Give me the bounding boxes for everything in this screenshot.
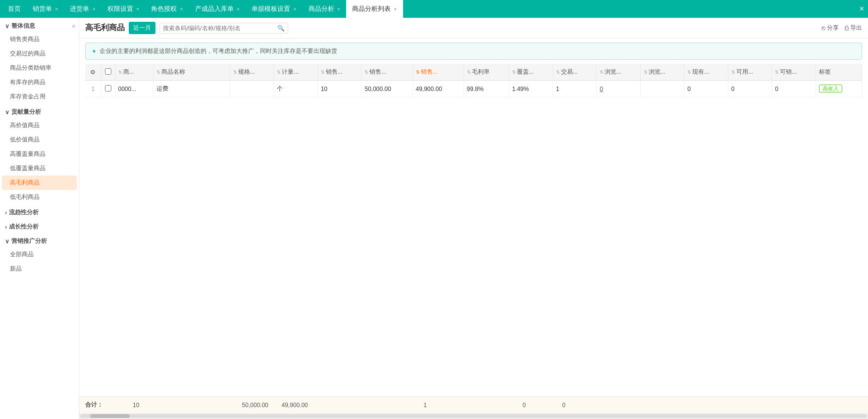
table-row: 1 0000... 运费 个 10 50,000.00 49,900.00 99… bbox=[85, 81, 862, 97]
sidebar-item-new-goods[interactable]: 新品 bbox=[0, 262, 79, 276]
nav-tab-inbound-label: 产成品入库单 bbox=[195, 4, 234, 13]
th-unit[interactable]: ⇅计量... bbox=[274, 64, 318, 81]
footer-sales-qty: 10 bbox=[133, 402, 232, 409]
info-banner: ✦ 企业的主要的利润都是这部分商品创造的，可考虑加大推广，同时关注库存是不要出现… bbox=[85, 43, 862, 60]
th-available[interactable]: ⇅可用... bbox=[728, 64, 772, 81]
footer-sales-profit: 49,900.00 bbox=[271, 402, 311, 409]
th-current-stock[interactable]: ⇅现有... bbox=[684, 64, 728, 81]
row-sales-qty: 10 bbox=[317, 81, 361, 97]
nav-tab-permission[interactable]: 权限设置 × bbox=[102, 0, 145, 18]
nav-tab-sales[interactable]: 销货单 × bbox=[27, 0, 64, 18]
nav-tab-analysis-label: 商品分析 bbox=[308, 4, 334, 13]
sidebar-group-contribution[interactable]: ∨ 贡献量分析 bbox=[0, 104, 79, 118]
scrollbar-thumb[interactable] bbox=[90, 414, 130, 418]
nav-tab-sales-label: 销货单 bbox=[33, 4, 52, 13]
search-icon[interactable]: 🔍 bbox=[277, 25, 285, 32]
sidebar-item-in-stock-goods[interactable]: 有库存的商品 bbox=[0, 75, 79, 90]
footer-total-label: 合计： bbox=[85, 401, 103, 409]
settings-icon[interactable]: ⚙ bbox=[90, 69, 96, 76]
sidebar-item-low-value[interactable]: 低价值商品 bbox=[0, 133, 79, 147]
th-gross-rate[interactable]: ⇅毛利率 bbox=[463, 64, 509, 81]
sidebar-item-high-value[interactable]: 高价值商品 bbox=[0, 118, 79, 133]
sidebar-item-sales-goods[interactable]: 销售类商品 bbox=[0, 32, 79, 47]
nav-tab-permission-close[interactable]: × bbox=[136, 6, 139, 12]
nav-tab-permission-label: 权限设置 bbox=[107, 4, 133, 13]
nav-tab-sales-close[interactable]: × bbox=[55, 6, 58, 12]
nav-tab-analysis-list[interactable]: 商品分析列表 × bbox=[346, 0, 403, 18]
nav-tab-role[interactable]: 角色授权 × bbox=[145, 0, 189, 18]
sidebar-item-traded-goods[interactable]: 交易过的商品 bbox=[0, 47, 79, 61]
nav-tab-inbound[interactable]: 产成品入库单 × bbox=[189, 0, 246, 18]
horizontal-scrollbar[interactable] bbox=[79, 413, 868, 419]
th-spec[interactable]: ⇅规格... bbox=[230, 64, 274, 81]
th-sales-profit[interactable]: ⇅销售... bbox=[412, 64, 463, 81]
sidebar-item-low-margin[interactable]: 低毛利商品 bbox=[0, 190, 79, 204]
sidebar-item-stock-capital[interactable]: 库存资金占用 bbox=[0, 90, 79, 104]
nav-tab-role-close[interactable]: × bbox=[180, 6, 183, 12]
sidebar-group-overview[interactable]: ∨ 整体信息 bbox=[0, 18, 79, 32]
footer-empty2 bbox=[430, 402, 489, 409]
th-settings[interactable]: ⚙ bbox=[85, 64, 101, 81]
th-sales-qty[interactable]: ⇅销售... bbox=[317, 64, 361, 81]
th-sales-amount[interactable]: ⇅销售... bbox=[361, 64, 412, 81]
sidebar-group-trend[interactable]: › 流趋性分析 bbox=[0, 204, 79, 219]
sidebar-collapse-button[interactable]: « bbox=[72, 22, 76, 30]
nav-tab-purchase[interactable]: 进货单 × bbox=[64, 0, 101, 18]
nav-tab-purchase-close[interactable]: × bbox=[92, 6, 95, 12]
data-table: ⚙ ⇅商... ⇅商品名称 ⇅规格... bbox=[85, 64, 862, 97]
th-code[interactable]: ⇅商... bbox=[115, 64, 153, 81]
sidebar-group-marketing[interactable]: ∨ 营销推广分析 bbox=[0, 233, 79, 247]
sidebar-group-growth[interactable]: › 成长性分析 bbox=[0, 219, 79, 233]
nav-tab-template-close[interactable]: × bbox=[293, 6, 296, 12]
export-icon: ⎙ bbox=[845, 24, 849, 32]
th-sellable[interactable]: ⇅可销... bbox=[772, 64, 816, 81]
sidebar-item-high-margin[interactable]: 高毛利商品 bbox=[2, 176, 77, 190]
info-icon: ✦ bbox=[92, 48, 97, 55]
table-footer: 合计： 10 50,000.00 49,900.00 1 0 0 bbox=[79, 396, 868, 413]
select-all-checkbox[interactable] bbox=[105, 68, 111, 75]
nav-tab-role-label: 角色授权 bbox=[151, 4, 177, 13]
content-area: 高毛利商品 近一月 🔍 ⎋ 分享 ⎙ 导出 ✦ 企业的主要的利润都是这部分商品创… bbox=[79, 18, 868, 419]
footer-trade: 1 bbox=[390, 402, 430, 409]
row-coverage: 1.49% bbox=[509, 81, 553, 97]
search-input[interactable] bbox=[163, 25, 277, 32]
row-checkbox[interactable] bbox=[105, 85, 111, 92]
close-all-tabs-button[interactable]: × bbox=[860, 4, 864, 13]
th-browse1[interactable]: ⇅浏览... bbox=[597, 64, 641, 81]
nav-tab-template[interactable]: 单据模板设置 × bbox=[246, 0, 302, 18]
nav-tab-analysis-close[interactable]: × bbox=[337, 6, 340, 12]
nav-tab-home[interactable]: 首页 bbox=[2, 0, 27, 18]
sidebar-item-category-rate[interactable]: 商品分类助销率 bbox=[0, 61, 79, 75]
row-gross-rate: 99.8% bbox=[463, 81, 509, 97]
row-sales-profit: 49,900.00 bbox=[412, 81, 463, 97]
sidebar-item-low-coverage[interactable]: 低覆盖量商品 bbox=[0, 161, 79, 176]
nav-tab-analysis[interactable]: 商品分析 × bbox=[303, 0, 346, 18]
nav-tab-analysis-list-label: 商品分析列表 bbox=[352, 4, 391, 13]
chevron-down-icon-3: ∨ bbox=[5, 238, 9, 245]
sidebar-item-high-coverage[interactable]: 高覆盖量商品 bbox=[0, 147, 79, 161]
row-browse1[interactable]: 0 bbox=[597, 81, 641, 97]
content-header: 高毛利商品 近一月 🔍 ⎋ 分享 ⎙ 导出 bbox=[79, 18, 868, 39]
share-button[interactable]: ⎋ 分享 bbox=[821, 24, 839, 32]
export-label: 导出 bbox=[850, 24, 862, 32]
nav-tab-template-label: 单据模板设置 bbox=[252, 4, 290, 13]
header-actions: ⎋ 分享 ⎙ 导出 bbox=[821, 24, 862, 32]
scrollbar-track bbox=[80, 414, 867, 418]
th-tag: 标签 bbox=[816, 64, 862, 81]
browse1-link[interactable]: 0 bbox=[600, 86, 603, 93]
nav-tab-analysis-list-close[interactable]: × bbox=[394, 6, 397, 12]
th-browse2[interactable]: ⇅浏览... bbox=[640, 64, 684, 81]
export-button[interactable]: ⎙ 导出 bbox=[845, 24, 862, 32]
tag-badge: 高收入 bbox=[819, 85, 842, 93]
th-trade[interactable]: ⇅交易... bbox=[553, 64, 597, 81]
footer-current-stock: 0 bbox=[489, 402, 529, 409]
filter-recent-month-button[interactable]: 近一月 bbox=[129, 22, 155, 34]
row-current-stock: 0 bbox=[684, 81, 728, 97]
row-spec bbox=[230, 81, 274, 97]
th-name[interactable]: ⇅商品名称 bbox=[153, 64, 230, 81]
info-banner-text: 企业的主要的利润都是这部分商品创造的，可考虑加大推广，同时关注库存是不要出现缺货 bbox=[100, 47, 337, 55]
nav-tab-inbound-close[interactable]: × bbox=[237, 6, 240, 12]
th-coverage[interactable]: ⇅覆盖... bbox=[509, 64, 553, 81]
chevron-right-icon-2: › bbox=[5, 224, 7, 231]
sidebar-item-all-goods[interactable]: 全部商品 bbox=[0, 247, 79, 262]
